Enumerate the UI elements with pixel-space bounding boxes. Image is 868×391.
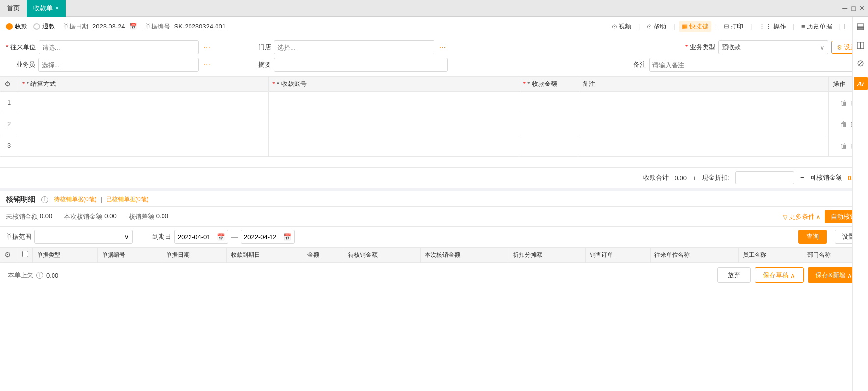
bill-date-calendar-icon[interactable]: 📅 — [129, 23, 137, 30]
delete-icon-1[interactable]: 🗑 — [841, 99, 847, 107]
counterpart-input[interactable] — [39, 40, 199, 54]
table-gear-icon[interactable]: ⚙ — [4, 80, 11, 88]
row-remark-3[interactable] — [578, 135, 828, 157]
sidebar-icon-layout[interactable]: ◫ — [856, 39, 865, 50]
filter-row: 单据范围 ∨ 到期日 2022-04-01 📅 — 2022-04-12 📅 查 — [0, 227, 868, 247]
discount-input[interactable] — [735, 171, 794, 184]
remark-input-2[interactable] — [578, 113, 828, 135]
footer: 本单上欠 i 0.00 放弃 保存草稿 ∧ 保存&新增 ∧ — [0, 263, 868, 287]
btn-video[interactable]: ⊙ 视频 — [609, 21, 634, 32]
more-conditions-btn[interactable]: ▽ 更多条件 ∧ — [783, 212, 821, 221]
btn-video-label: 视频 — [619, 22, 631, 31]
amount-input-3[interactable] — [519, 135, 578, 156]
store-input[interactable] — [274, 40, 434, 54]
save-draft-btn[interactable]: 保存草稿 ∧ — [755, 267, 804, 283]
divider3: | — [715, 23, 717, 30]
biz-type-select[interactable]: 预收款 ∨ — [718, 40, 828, 54]
btn-operation[interactable]: ⋮⋮ 操作 — [756, 21, 789, 32]
sidebar-icon-ai[interactable]: Ai — [854, 77, 868, 90]
bth-bill-date: 单据日期 — [162, 248, 227, 263]
tab-pending[interactable]: 待核销单据(0笔) — [54, 196, 97, 204]
store-more-btn[interactable]: ··· — [437, 43, 448, 52]
th-remark: 备注 — [578, 77, 828, 92]
tab-home[interactable]: 首页 — [0, 0, 27, 17]
stat-diff-label: 核销差额 — [129, 212, 154, 221]
btn-help[interactable]: ⊙ 帮助 — [644, 21, 669, 32]
staff-input[interactable] — [38, 58, 199, 72]
remark-label: 备注 — [617, 60, 646, 69]
layout-icon-1[interactable] — [844, 24, 852, 29]
query-btn[interactable]: 查询 — [798, 230, 827, 244]
btn-history[interactable]: ≡ 历史单据 — [798, 21, 835, 32]
date-to-input[interactable]: 2022-04-12 📅 — [241, 230, 295, 244]
btn-print-label: 打印 — [731, 22, 743, 31]
bill-range-select[interactable]: ∨ — [34, 230, 133, 244]
sidebar-icon-link[interactable]: ⊘ — [857, 58, 864, 69]
history-icon: ≡ — [801, 23, 805, 30]
remark-input-1[interactable] — [578, 92, 828, 113]
payment-input-2[interactable] — [18, 113, 268, 135]
footer-info-icon[interactable]: i — [36, 272, 43, 279]
window-minimize[interactable]: ─ — [842, 4, 847, 12]
staff-more-btn[interactable]: ··· — [202, 60, 212, 69]
select-all-checkbox[interactable] — [22, 251, 28, 257]
amount-input-2[interactable] — [519, 113, 578, 135]
bottom-gear-icon[interactable]: ⚙ — [4, 251, 11, 259]
row-payment-3[interactable] — [18, 135, 269, 157]
stat-current: 本次核销金额 0.00 — [64, 212, 116, 221]
right-sidebar: ▤ ◫ ⊘ Ai — [852, 17, 868, 391]
verify-info-icon[interactable]: i — [41, 196, 48, 203]
sidebar-icon-table[interactable]: ▤ — [856, 21, 865, 31]
btn-shortcut[interactable]: ▦ 快捷键 — [679, 21, 711, 32]
row-remark-2[interactable] — [578, 113, 828, 135]
payment-input-1[interactable] — [18, 92, 268, 113]
row-account-2[interactable] — [269, 113, 519, 135]
store-label: 门店 — [242, 43, 271, 52]
verify-stats-row: 未核销金额 0.00 本次核销金额 0.00 核销差额 0.00 ▽ 更多条件 … — [0, 207, 868, 227]
bill-range-field: 单据范围 ∨ — [6, 230, 133, 244]
summary-total-label: 收款合计 — [643, 173, 669, 182]
tab-home-label: 首页 — [7, 4, 20, 13]
row-amount-2[interactable] — [519, 113, 578, 135]
bill-range-arrow: ∨ — [124, 233, 129, 241]
account-input-3[interactable] — [269, 135, 518, 156]
date-from-input[interactable]: 2022-04-01 📅 — [174, 230, 228, 244]
window-maximize[interactable]: □ — [851, 4, 855, 12]
payment-input-3[interactable] — [18, 135, 268, 156]
row-payment-1[interactable] — [18, 92, 269, 113]
account-input-1[interactable] — [269, 92, 518, 113]
delete-icon-3[interactable]: 🗑 — [841, 142, 847, 150]
tab-done[interactable]: 已核销单据(0笔) — [106, 196, 149, 204]
form-area: * 往来单位 ··· 门店 ··· * 业务类型 预收款 ∨ — [0, 36, 868, 76]
radio-receipt[interactable]: 收款 — [6, 22, 27, 31]
tab-receipt[interactable]: 收款单 × — [27, 0, 66, 17]
table-row: 1 🗑 ⊞ — [0, 92, 868, 113]
window-close[interactable]: × — [860, 4, 864, 13]
account-input-2[interactable] — [269, 113, 518, 135]
counterpart-more-btn[interactable]: ··· — [202, 43, 212, 52]
remark-input[interactable] — [649, 58, 862, 72]
tab-receipt-close[interactable]: × — [55, 5, 59, 12]
remark-input-3[interactable] — [578, 135, 828, 156]
delete-icon-2[interactable]: 🗑 — [841, 120, 847, 128]
bottom-table-section: ⚙ 单据类型 单据编号 单据日期 收款到期日 金额 待核销金额 本次核销金额 折… — [0, 247, 868, 263]
stat-unverified-label: 未核销金额 — [6, 212, 38, 221]
amount-input-1[interactable] — [519, 92, 578, 113]
row-payment-2[interactable] — [18, 113, 269, 135]
row-account-1[interactable] — [269, 92, 519, 113]
summary-input[interactable] — [274, 58, 448, 72]
remark-field: 备注 — [617, 58, 862, 72]
row-remark-1[interactable] — [578, 92, 828, 113]
row-amount-3[interactable] — [519, 135, 578, 157]
row-amount-1[interactable] — [519, 92, 578, 113]
abandon-btn[interactable]: 放弃 — [717, 267, 751, 283]
due-date-label: 到期日 — [152, 232, 171, 241]
summary-plus: + — [693, 174, 697, 182]
btn-print[interactable]: ⊟ 打印 — [721, 21, 746, 32]
summary-equals: = — [800, 174, 804, 182]
row-account-3[interactable] — [269, 135, 519, 157]
table-row: 2 🗑 ⊞ — [0, 113, 868, 135]
toolbar-right: ⊙ 视频 | ⊙ 帮助 | ▦ 快捷键 | ⊟ 打印 | ⋮⋮ 操作 — [609, 21, 862, 32]
radio-refund[interactable]: 退款 — [33, 22, 55, 31]
bth-due-date: 收款到期日 — [226, 248, 303, 263]
